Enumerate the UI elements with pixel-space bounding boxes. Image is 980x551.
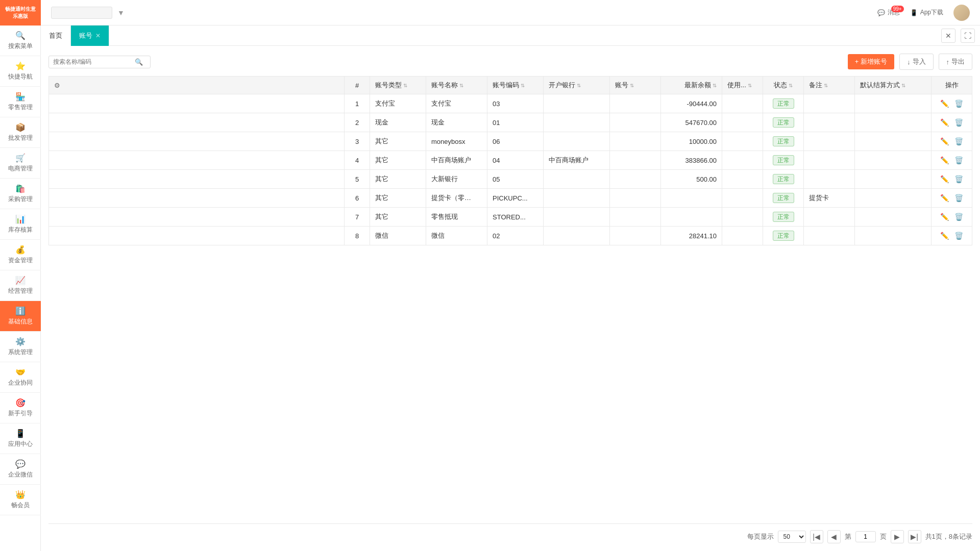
row-usage-6	[722, 208, 763, 227]
sidebar-item-search-menu[interactable]: 🔍搜索菜单	[0, 26, 41, 56]
row-account-4	[610, 170, 661, 189]
status-badge-7: 正常	[773, 231, 794, 241]
row-bank-3: 中百商场账户	[544, 151, 610, 170]
row-code-3: 04	[487, 151, 544, 170]
sidebar-item-finance-mgmt[interactable]: 💰资金管理	[0, 240, 41, 270]
row-action-7: ✏️ 🗑️	[932, 227, 972, 245]
row-num-4: 5	[345, 170, 370, 189]
header-dropdown-icon[interactable]: ▼	[117, 9, 125, 17]
col-code[interactable]: 账号编码⇅	[487, 77, 544, 94]
tab-expand-btn[interactable]: ⛶	[961, 29, 975, 43]
col-default-settle[interactable]: 默认结算方式⇅	[855, 77, 932, 94]
table-row: 1 支付宝 支付宝 03 -90444.00 正常 ✏️ 🗑️	[49, 94, 972, 113]
sidebar-icon-company-wechat: 💬	[15, 459, 26, 469]
sidebar-item-purchase-mgmt[interactable]: 🛍️采购管理	[0, 179, 41, 209]
sidebar-item-retail-mgmt[interactable]: 🏪零售管理	[0, 87, 41, 117]
sidebar-item-basic-info[interactable]: ℹ️基础信息	[0, 301, 41, 332]
add-account-button[interactable]: + 新增账号	[848, 54, 894, 69]
sidebar-item-ops-mgmt[interactable]: 📈经营管理	[0, 270, 41, 301]
tab-account-close[interactable]: ✕	[95, 32, 101, 39]
tab-account[interactable]: 账号 ✕	[71, 26, 109, 46]
row-usage-4	[722, 170, 763, 189]
sidebar-item-company-agreement[interactable]: 🤝企业协同	[0, 362, 41, 393]
col-bank[interactable]: 开户银行⇅	[544, 77, 610, 94]
export-button[interactable]: ↑ 导出	[939, 54, 973, 70]
import-button[interactable]: ↓ 导入	[899, 54, 934, 70]
row-bank-5	[544, 189, 610, 208]
col-settings[interactable]: ⚙	[49, 77, 345, 94]
delete-btn-6[interactable]: 🗑️	[952, 212, 965, 222]
edit-btn-6[interactable]: ✏️	[938, 212, 951, 222]
edit-btn-5[interactable]: ✏️	[938, 193, 951, 203]
edit-btn-4[interactable]: ✏️	[938, 174, 951, 184]
sidebar-item-quick-nav[interactable]: ⭐快捷导航	[0, 56, 41, 87]
row-status-2: 正常	[763, 132, 804, 151]
tab-close-btn[interactable]: ✕	[941, 29, 955, 43]
row-settings-4	[49, 170, 345, 189]
col-remark[interactable]: 备注⇅	[804, 77, 855, 94]
sidebar-label-sys-mgmt: 系统管理	[8, 348, 33, 357]
app-download-button[interactable]: 📱 App下载	[910, 8, 943, 17]
last-page-btn[interactable]: ▶|	[908, 530, 921, 543]
sidebar-item-vip-member[interactable]: 👑畅会员	[0, 485, 41, 515]
search-input[interactable]	[53, 58, 135, 65]
top-header: ▼ 💬 消息 99+ 📱 App下载	[41, 0, 980, 26]
col-usage[interactable]: 使用...⇅	[722, 77, 763, 94]
row-usage-0	[722, 94, 763, 113]
sidebar-item-sys-mgmt[interactable]: ⚙️系统管理	[0, 332, 41, 362]
tab-actions: ✕ ⛶	[941, 29, 980, 43]
col-name[interactable]: 账号名称⇅	[426, 77, 487, 94]
edit-btn-3[interactable]: ✏️	[938, 155, 951, 165]
row-remark-5: 提货卡	[804, 189, 855, 208]
sidebar-label-ecommerce-mgmt: 电商管理	[8, 164, 33, 173]
delete-btn-7[interactable]: 🗑️	[952, 231, 965, 241]
next-page-btn[interactable]: ▶	[891, 530, 904, 543]
toolbar-right: + 新增账号 ↓ 导入 ↑ 导出	[848, 54, 972, 70]
sidebar-item-beginner-guide[interactable]: 🎯新手引导	[0, 393, 41, 423]
col-account[interactable]: 账号⇅	[610, 77, 661, 94]
row-remark-1	[804, 113, 855, 132]
row-settings-0	[49, 94, 345, 113]
col-action: 操作	[932, 77, 972, 94]
sidebar-item-company-wechat[interactable]: 💬企业微信	[0, 454, 41, 485]
tab-home[interactable]: 首页	[41, 26, 71, 46]
row-balance-6	[661, 208, 722, 227]
col-status[interactable]: 状态⇅	[763, 77, 804, 94]
edit-btn-7[interactable]: ✏️	[938, 231, 951, 241]
delete-btn-4[interactable]: 🗑️	[952, 174, 965, 184]
col-type[interactable]: 账号类型⇅	[370, 77, 426, 94]
edit-btn-0[interactable]: ✏️	[938, 98, 951, 109]
sidebar-item-ecommerce-mgmt[interactable]: 🛒电商管理	[0, 148, 41, 179]
delete-btn-1[interactable]: 🗑️	[952, 117, 965, 128]
sidebar-label-retail-mgmt: 零售管理	[8, 103, 33, 112]
row-name-2: moneybosx	[426, 132, 487, 151]
delete-btn-5[interactable]: 🗑️	[952, 193, 965, 203]
row-usage-5	[722, 189, 763, 208]
sort-bank-icon: ⇅	[577, 83, 581, 88]
row-balance-0: -90444.00	[661, 94, 722, 113]
sidebar-item-inventory-calc[interactable]: 📊库存核算	[0, 209, 41, 240]
first-page-btn[interactable]: |◀	[810, 530, 823, 543]
delete-btn-0[interactable]: 🗑️	[952, 98, 965, 109]
row-bank-0	[544, 94, 610, 113]
header-search-input[interactable]	[51, 7, 112, 19]
table-container: ⚙ # 账号类型⇅ 账号名称⇅ 账号编码⇅ 开户银行⇅ 账号⇅ 最新余额⇅ 使用…	[48, 76, 972, 518]
col-balance[interactable]: 最新余额⇅	[661, 77, 722, 94]
edit-btn-1[interactable]: ✏️	[938, 117, 951, 128]
page-number-input[interactable]	[855, 531, 876, 542]
row-name-5: 提货卡（零…	[426, 189, 487, 208]
edit-btn-2[interactable]: ✏️	[938, 136, 951, 146]
row-type-7: 微信	[370, 227, 426, 245]
delete-btn-3[interactable]: 🗑️	[952, 155, 965, 165]
user-avatar[interactable]	[953, 5, 970, 21]
prev-page-btn[interactable]: ◀	[827, 530, 841, 543]
search-icon[interactable]: 🔍	[135, 58, 143, 66]
sidebar-item-wholesale-mgmt[interactable]: 📦批发管理	[0, 117, 41, 148]
sidebar-item-app-center[interactable]: 📱应用中心	[0, 423, 41, 454]
row-num-1: 2	[345, 113, 370, 132]
delete-btn-2[interactable]: 🗑️	[952, 136, 965, 146]
page-size-select[interactable]: 50 20 100	[778, 531, 806, 543]
sidebar-label-finance-mgmt: 资金管理	[8, 256, 33, 265]
message-button[interactable]: 💬 消息 99+	[877, 8, 900, 17]
sidebar-icon-company-agreement: 🤝	[15, 367, 26, 377]
